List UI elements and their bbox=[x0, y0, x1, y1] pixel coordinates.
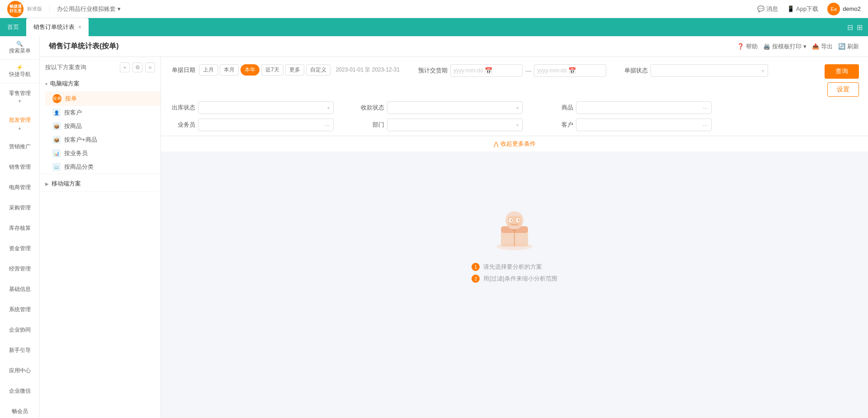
goods-more-icon[interactable]: ··· bbox=[703, 104, 708, 111]
settings-scheme-button[interactable]: ⚙ bbox=[132, 62, 142, 72]
tree-group-pc-header[interactable]: ▾ 电脑端方案 bbox=[40, 76, 160, 91]
page-header: 销售订单统计表(按单) ❓ 帮助 🖨️ 按模板打印 ▾ 📤 导出 🔄 刷新 bbox=[40, 36, 868, 57]
goods-filter-group: 商品 ··· bbox=[548, 101, 712, 114]
sidebar-item-sales[interactable]: 销售管理 bbox=[0, 157, 39, 177]
tree-item-by-customer-goods[interactable]: 📦 按客户+商品 bbox=[45, 133, 160, 147]
order-status-select[interactable]: ▾ bbox=[651, 64, 768, 77]
tree-item-by-category[interactable]: 🗂 按商品分类 bbox=[45, 160, 160, 174]
sidebar-item-enterprise[interactable]: 企业协同 bbox=[0, 320, 39, 340]
sidebar-item-purchase[interactable]: 采购管理 bbox=[0, 198, 39, 218]
out-status-select[interactable]: ▾ bbox=[198, 101, 334, 114]
user-section[interactable]: Ea demo2 bbox=[827, 3, 861, 15]
print-button[interactable]: 🖨️ 按模板打印 ▾ bbox=[763, 43, 807, 51]
brand-section: 畅捷通好生意 标准版 办公用品行业模拟账套 ▾ bbox=[7, 1, 121, 17]
results-panel: 单据日期 上月 本月 本年 近7天 更多 自定义 2023-01-01 至 20… bbox=[161, 57, 868, 418]
calendar-icon-1[interactable]: 📅 bbox=[485, 67, 492, 74]
sidebar-item-operations[interactable]: 经营管理 bbox=[0, 259, 39, 279]
filter-row-3-container: 业务员 ··· 部门 ▾ bbox=[161, 114, 868, 136]
refresh-button[interactable]: 🔄 刷新 bbox=[838, 43, 859, 51]
collapse-scheme-button[interactable]: « bbox=[145, 62, 155, 72]
date-custom-btn[interactable]: 自定义 bbox=[306, 64, 330, 76]
tab-bar: 首页 销售订单统计表 × ⊟ ⊞ bbox=[0, 18, 868, 36]
salesman-group: 业务员 ··· bbox=[170, 119, 334, 131]
svg-point-10 bbox=[518, 219, 519, 221]
content-area: 销售订单统计表(按单) ❓ 帮助 🖨️ 按模板打印 ▾ 📤 导出 🔄 刷新 bbox=[40, 36, 868, 418]
collapse-icon: ⋀ bbox=[494, 141, 499, 147]
query-button[interactable]: 查询 bbox=[825, 64, 859, 79]
app-download-action[interactable]: 📱 App下载 bbox=[787, 5, 818, 13]
sidebar-item-newbie[interactable]: 新手引导 bbox=[0, 340, 39, 361]
brand-logo: 畅捷通好生意 bbox=[7, 1, 24, 17]
dept-select[interactable]: ▾ bbox=[387, 119, 523, 131]
tab-close-icon[interactable]: × bbox=[78, 24, 81, 30]
by-category-icon: 🗂 bbox=[52, 163, 61, 171]
tree-group-mobile-header[interactable]: ▶ 移动端方案 bbox=[40, 176, 160, 191]
sidebar-item-finance[interactable]: 资金管理 bbox=[0, 238, 39, 259]
by-order-icon: 按单 bbox=[52, 94, 61, 103]
sidebar-item-wechat[interactable]: 企业微信 bbox=[0, 381, 39, 401]
goods-input[interactable]: ··· bbox=[576, 101, 712, 114]
help-button[interactable]: ❓ 帮助 bbox=[737, 43, 758, 51]
tree-item-by-customer[interactable]: 👤 按客户 bbox=[45, 106, 160, 119]
date-7days-btn[interactable]: 近7天 bbox=[261, 64, 283, 76]
collapse-button[interactable]: ⋀ 收起更多条件 bbox=[161, 136, 868, 152]
add-scheme-button[interactable]: ＋ bbox=[120, 62, 130, 72]
tree-group-mobile-label: 移动端方案 bbox=[52, 180, 81, 188]
calendar-icon-2[interactable]: 📅 bbox=[568, 67, 576, 74]
filter-row-3: 业务员 ··· 部门 ▾ bbox=[170, 119, 859, 131]
date-separator: — bbox=[525, 67, 531, 74]
customer-more-icon[interactable]: ··· bbox=[703, 122, 708, 128]
filter-section: 单据日期 上月 本月 本年 近7天 更多 自定义 2023-01-01 至 20… bbox=[161, 57, 868, 152]
date-this-year-btn[interactable]: 本年 bbox=[241, 64, 259, 76]
workspace-dropdown[interactable]: 办公用品行业模拟账套 ▾ bbox=[57, 5, 121, 13]
sidebar-item-retail[interactable]: 零售管理 ▾ bbox=[0, 83, 39, 110]
sidebar-item-ecommerce[interactable]: 电商管理 bbox=[0, 177, 39, 198]
message-action[interactable]: 💬 消息 bbox=[757, 5, 778, 13]
tip-num-1: 1 bbox=[472, 263, 480, 271]
setting-button[interactable]: 设置 bbox=[827, 82, 859, 97]
sidebar-item-wholesale[interactable]: 批发管理 ▴ bbox=[0, 110, 39, 137]
sidebar-item-quick-nav[interactable]: ⚡ 快捷导航 bbox=[0, 60, 39, 83]
sidebar-item-marketing[interactable]: 营销推广 bbox=[0, 137, 39, 157]
tab-bar-actions: ⊟ ⊞ bbox=[847, 23, 868, 32]
date-prev-month-btn[interactable]: 上月 bbox=[199, 64, 218, 76]
date-more-btn[interactable]: 更多 bbox=[285, 64, 304, 76]
salesman-input[interactable]: ··· bbox=[198, 119, 334, 131]
export-button[interactable]: 📤 导出 bbox=[812, 43, 833, 51]
sidebar-item-inventory[interactable]: 库存核算 bbox=[0, 218, 39, 238]
tree-item-by-salesman[interactable]: 📊 按业务员 bbox=[45, 147, 160, 160]
print-dropdown-icon: ▾ bbox=[803, 43, 807, 50]
expected-date-from-placeholder: yyyy-mm-dd bbox=[453, 67, 483, 74]
filter-row-2-container: 出库状态 ▾ 收款状态 ▾ bbox=[161, 97, 868, 114]
sidebar-item-apps[interactable]: 应用中心 bbox=[0, 361, 39, 381]
tip-num-2: 2 bbox=[472, 275, 480, 283]
tree-group-pc-label: 电脑端方案 bbox=[50, 80, 80, 88]
customer-input[interactable]: ··· bbox=[576, 119, 712, 131]
sidebar-item-member[interactable]: 畅会员 bbox=[0, 401, 39, 418]
tree-item-by-goods[interactable]: 📦 按商品 bbox=[45, 119, 160, 133]
sidebar-item-basics[interactable]: 基础信息 bbox=[0, 279, 39, 299]
top-bar: 畅捷通好生意 标准版 办公用品行业模拟账套 ▾ 💬 消息 📱 App下载 Ea … bbox=[0, 0, 868, 18]
tree-item-by-order[interactable]: 按单 按单 bbox=[45, 91, 160, 106]
top-bar-actions: 💬 消息 📱 App下载 Ea demo2 bbox=[757, 3, 861, 15]
download-icon: 📱 bbox=[787, 5, 794, 12]
minimize-icon[interactable]: ⊟ bbox=[847, 23, 853, 32]
empty-tips: 1 请先选择要分析的方案 2 用[过滤]条件来缩小分析范围 bbox=[472, 263, 557, 283]
expected-date-from[interactable]: yyyy-mm-dd 📅 bbox=[450, 64, 523, 77]
dept-arrow: ▾ bbox=[516, 123, 519, 128]
sidebar-item-system[interactable]: 系统管理 bbox=[0, 299, 39, 320]
sidebar-item-search-menu[interactable]: 🔍 搜索菜单 bbox=[0, 36, 39, 60]
maximize-icon[interactable]: ⊞ bbox=[857, 23, 863, 32]
scheme-panel-actions: ＋ ⚙ « bbox=[120, 62, 155, 72]
order-status-arrow: ▾ bbox=[762, 68, 764, 73]
tab-sales-order-stats[interactable]: 销售订单统计表 × bbox=[26, 18, 89, 36]
customer-label: 客户 bbox=[548, 121, 573, 129]
expected-date-to[interactable]: yyyy-mm-dd 📅 bbox=[534, 64, 606, 77]
chevron-up-icon: ▴ bbox=[19, 125, 21, 130]
date-quick-buttons: 上月 本月 本年 近7天 更多 自定义 bbox=[199, 64, 330, 76]
receipt-status-select[interactable]: ▾ bbox=[387, 101, 523, 114]
salesman-more-icon[interactable]: ··· bbox=[325, 122, 330, 128]
date-this-month-btn[interactable]: 本月 bbox=[220, 64, 239, 76]
tab-home[interactable]: 首页 bbox=[0, 18, 26, 36]
page-actions: ❓ 帮助 🖨️ 按模板打印 ▾ 📤 导出 🔄 刷新 bbox=[737, 43, 859, 56]
